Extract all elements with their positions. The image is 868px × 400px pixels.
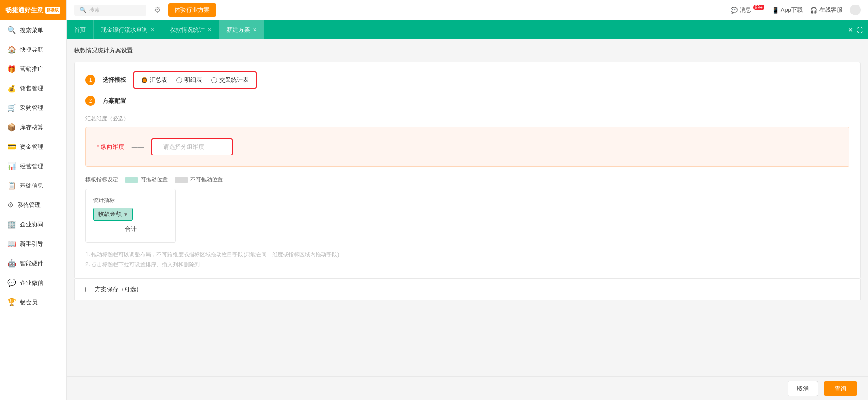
page-title: 收款情况统计方案设置 <box>74 47 861 55</box>
enterprise-icon: 🏢 <box>7 220 16 229</box>
sidebar-label-hardware: 智能硬件 <box>20 259 43 268</box>
top-header: 🔍 搜索 ⚙ 体验行业方案 💬 消息 99+ 📱 App下载 🎧 在线客服 <box>67 0 868 20</box>
finance-icon: 💳 <box>7 142 16 151</box>
dimension-select[interactable]: 请选择分组维度 <box>151 138 233 155</box>
config-section: 汇总维度（必选） 纵向维度 —— 请选择分组维度 <box>85 115 849 269</box>
sidebar-logo: 畅捷通好生意 标准版 <box>0 0 66 20</box>
search-bar[interactable]: 🔍 搜索 <box>74 5 146 16</box>
sidebar-item-system[interactable]: ⚙ 系统管理 <box>0 195 66 215</box>
header-actions: 💬 消息 99+ 📱 App下载 🎧 在线客服 <box>731 5 861 15</box>
tab-bar: 首页 现金银行流水查询 ✕ 收款情况统计 ✕ 新建方案 ✕ ✕ ⛶ <box>67 20 868 39</box>
sidebar-label-operations: 经营管理 <box>20 162 43 170</box>
metric-tag-amount[interactable]: 收款金额 ▼ <box>93 208 133 221</box>
radio-detail-input[interactable] <box>176 77 182 83</box>
sidebar-item-sales[interactable]: 💰 销售管理 <box>0 79 66 98</box>
tab-close-all[interactable]: ✕ <box>848 27 853 33</box>
sidebar-label-basic: 基础信息 <box>20 182 43 190</box>
gear-icon[interactable]: ⚙ <box>154 5 161 15</box>
tab-new-plan[interactable]: 新建方案 ✕ <box>219 20 264 39</box>
radio-cross-input[interactable] <box>211 77 217 83</box>
industry-btn[interactable]: 体验行业方案 <box>168 3 216 17</box>
search-icon: 🔍 <box>7 26 16 34</box>
tab-cashflow-close[interactable]: ✕ <box>151 27 155 33</box>
step2-number: 2 <box>85 96 95 106</box>
sidebar-label-quicknav: 快捷导航 <box>20 46 43 54</box>
radio-detail-label: 明细表 <box>184 76 202 84</box>
notification-badge: 99+ <box>753 5 764 10</box>
metric-tag-label: 收款金额 <box>98 210 122 218</box>
sidebar-item-wechat[interactable]: 💬 企业微信 <box>0 273 66 292</box>
download-label: App下载 <box>781 6 803 14</box>
sidebar-item-inventory[interactable]: 📦 库存核算 <box>0 118 66 137</box>
radio-summary-input[interactable] <box>142 77 147 83</box>
radio-summary-label: 汇总表 <box>150 76 167 84</box>
avatar <box>850 5 861 15</box>
sidebar-label-system: 系统管理 <box>17 201 41 209</box>
radio-cross[interactable]: 交叉统计表 <box>211 76 249 84</box>
metrics-section: 模板指标设定 可拖动位置 不可拖动位置 统计指标 <box>85 176 849 243</box>
save-checkbox[interactable] <box>85 287 91 292</box>
step1-row: 1 选择模板 汇总表 明细表 <box>85 71 849 89</box>
sidebar-label-search: 搜索菜单 <box>20 26 43 34</box>
step2-label: 方案配置 <box>103 97 126 105</box>
hardware-icon: 🤖 <box>7 259 16 268</box>
sidebar-item-basic[interactable]: 📋 基础信息 <box>0 176 66 195</box>
tab-collection[interactable]: 收款情况统计 ✕ <box>162 20 219 39</box>
content-area: 收款情况统计方案设置 1 选择模板 汇总表 <box>67 39 868 376</box>
tab-expand[interactable]: ⛶ <box>857 27 863 33</box>
tab-cashflow-label: 现金银行流水查询 <box>101 26 148 34</box>
dimension-row: 纵向维度 —— 请选择分组维度 <box>97 138 838 155</box>
sidebar-label-sales: 销售管理 <box>20 85 43 93</box>
sidebar-item-hardware[interactable]: 🤖 智能硬件 <box>0 254 66 273</box>
download-item[interactable]: 📱 App下载 <box>772 6 803 14</box>
sidebar-label-enterprise: 企业协同 <box>20 221 43 229</box>
inventory-icon: 📦 <box>7 123 16 132</box>
sidebar-item-enterprise[interactable]: 🏢 企业协同 <box>0 215 66 234</box>
online-service-item[interactable]: 🎧 在线客服 <box>810 6 843 14</box>
hint-2: 2. 点击标题栏下拉可设置排序、插入列和删除列 <box>85 260 849 270</box>
metric-sum: 合计 <box>93 223 168 235</box>
chevron-down-icon: ▼ <box>123 212 128 217</box>
sidebar: 畅捷通好生意 标准版 🔍 搜索菜单 🏠 快捷导航 🎁 营销推广 💰 销售管理 🛒… <box>0 0 67 400</box>
sidebar-item-guide[interactable]: 📖 新手引导 <box>0 234 66 254</box>
legend-fixed-label: 不可拖动位置 <box>190 176 223 184</box>
cancel-button[interactable]: 取消 <box>788 381 818 396</box>
step1-section: 1 选择模板 汇总表 明细表 <box>74 62 861 279</box>
tab-new-plan-close[interactable]: ✕ <box>253 27 257 33</box>
sidebar-item-member[interactable]: 🏆 畅会员 <box>0 292 66 312</box>
tab-bar-actions: ✕ ⛶ <box>843 20 868 39</box>
tab-cashflow[interactable]: 现金银行流水查询 ✕ <box>94 20 162 39</box>
sidebar-label-marketing: 营销推广 <box>20 65 43 73</box>
step1-number: 1 <box>85 75 95 85</box>
dimension-area: 纵向维度 —— 请选择分组维度 <box>85 127 849 167</box>
dimension-placeholder: 请选择分组维度 <box>163 143 204 150</box>
radio-summary[interactable]: 汇总表 <box>142 76 167 84</box>
query-button[interactable]: 查询 <box>824 381 857 396</box>
service-icon: 🎧 <box>810 7 817 14</box>
metrics-title: 模板指标设定 <box>85 176 118 184</box>
sidebar-item-finance[interactable]: 💳 资金管理 <box>0 137 66 156</box>
sidebar-label-inventory: 库存核算 <box>20 123 43 132</box>
dimension-title-text: 汇总维度（必选） <box>85 115 129 122</box>
radio-detail[interactable]: 明细表 <box>176 76 202 84</box>
sidebar-item-quicknav[interactable]: 🏠 快捷导航 <box>0 40 66 59</box>
search-icon-header: 🔍 <box>80 7 86 13</box>
search-placeholder: 搜索 <box>89 6 100 14</box>
notification-item[interactable]: 💬 消息 99+ <box>731 6 764 14</box>
dimension-title: 汇总维度（必选） <box>85 115 849 122</box>
sidebar-item-operations[interactable]: 📊 经营管理 <box>0 156 66 176</box>
legend-draggable-box <box>125 177 138 183</box>
tab-collection-close[interactable]: ✕ <box>208 27 212 33</box>
hints: 1. 拖动标题栏可以调整布局，不可跨维度或指标区域拖动栏目字段(只能在同一维度或… <box>85 250 849 269</box>
tab-home[interactable]: 首页 <box>67 20 94 39</box>
footer-bar: 取消 查询 <box>67 376 868 400</box>
sidebar-label-guide: 新手引导 <box>20 240 43 248</box>
legend-fixed-box <box>175 177 188 183</box>
sidebar-item-purchase[interactable]: 🛒 采购管理 <box>0 98 66 118</box>
dimension-vertical-label: 纵向维度 <box>97 143 124 151</box>
sidebar-label-purchase: 采购管理 <box>20 104 43 112</box>
sidebar-item-marketing[interactable]: 🎁 营销推广 <box>0 59 66 79</box>
user-avatar[interactable] <box>850 5 861 15</box>
radio-cross-label: 交叉统计表 <box>219 76 249 84</box>
sidebar-item-search[interactable]: 🔍 搜索菜单 <box>0 20 66 40</box>
